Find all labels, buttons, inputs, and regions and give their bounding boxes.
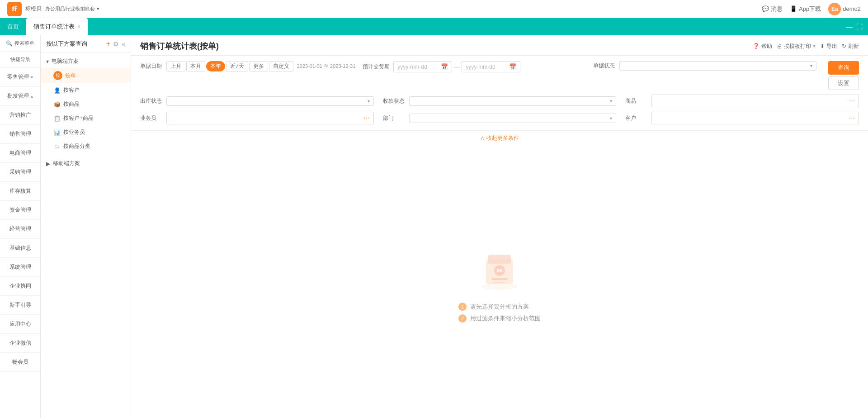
by-product-icon: 📦 — [53, 101, 61, 108]
collapse-bar[interactable]: ∧ 收起更多条件 — [131, 130, 868, 146]
delivery-filter: 出库状态 ▾ — [140, 95, 374, 107]
product-filter: 商品 ··· — [625, 95, 859, 107]
help-btn[interactable]: ❓ 帮助 — [753, 43, 772, 50]
sidebar-item-basic[interactable]: 基础信息 — [0, 239, 40, 258]
date-btn-this-year[interactable]: 本年 — [206, 61, 225, 71]
scheme-section-mobile: ▶ 移动端方案 — [41, 155, 131, 172]
download-icon: 📱 — [790, 5, 797, 12]
sidebar-item-wholesale[interactable]: 批发管理 ▴ — [0, 87, 40, 106]
empty-tip-1: 1 请先选择要分析的方案 — [458, 303, 541, 311]
sidebar-item-ecommerce[interactable]: 电商管理 — [0, 144, 40, 163]
mobile-section-label: 移动端方案 — [53, 160, 80, 167]
date-btn-group: 上月 本月 本年 近7天 更多 自定义 — [166, 61, 293, 71]
minimize-icon[interactable]: — — [846, 23, 853, 30]
expected-date-end[interactable]: yyyy-mm-dd 📅 — [462, 61, 520, 72]
search-icon: 🔍 — [6, 40, 13, 47]
workspace-label: 办公用品行业模拟账套 — [45, 5, 95, 12]
date-btn-more[interactable]: 更多 — [249, 61, 268, 71]
collapse-scheme-icon[interactable]: « — [122, 40, 125, 48]
payment-arrow: ▾ — [610, 99, 612, 104]
sidebar-item-purchase[interactable]: 采购管理 — [0, 163, 40, 182]
scheme-item-by-category[interactable]: 🗂 按商品分类 — [41, 139, 131, 153]
print-icon: 🖨 — [777, 43, 782, 49]
calendar-end-icon: 📅 — [509, 63, 516, 70]
export-icon: ⬇ — [820, 43, 825, 49]
scheme-panel-title: 按以下方案查询 — [46, 40, 87, 48]
export-btn[interactable]: ⬇ 导出 — [820, 43, 837, 50]
date-btn-custom[interactable]: 自定义 — [269, 61, 293, 71]
scheme-item-by-customer[interactable]: 👤 按客户 — [41, 83, 131, 97]
date-range-text: 2023-01-01 至 2023-12-31 — [297, 63, 356, 70]
scheme-section-pc-header[interactable]: ▾ 电脑端方案 — [41, 55, 131, 68]
payment-select[interactable]: ▾ — [409, 96, 617, 106]
scheme-item-by-cust-prod[interactable]: 📋 按客户+商品 — [41, 111, 131, 125]
date-btn-this-month[interactable]: 本月 — [186, 61, 205, 71]
salesperson-label: 业务员 — [140, 114, 163, 122]
sidebar-item-operation[interactable]: 经营管理 — [0, 220, 40, 239]
content-area: 按以下方案查询 + ⚙ « ▾ 电脑端方案 按 按单 👤 按客户 — [41, 35, 868, 418]
department-arrow: ▾ — [610, 116, 612, 121]
date-label: 单据日期 — [140, 62, 163, 70]
nav-label: 快捷导航 — [10, 56, 30, 63]
print-btn[interactable]: 🖨 按模板打印 ▾ — [777, 43, 816, 50]
scheme-section-pc: ▾ 电脑端方案 按 按单 👤 按客户 📦 按商品 📋 按客户+商品 — [41, 53, 131, 155]
sidebar-item-finance[interactable]: 资金管理 — [0, 201, 40, 220]
tip-num-1: 1 — [458, 303, 467, 311]
empty-state: 1 请先选择要分析的方案 2 用过滤条件来缩小分析范围 — [131, 146, 868, 418]
user-profile[interactable]: Ea demo2 — [828, 3, 861, 15]
message-icon: 💬 — [762, 5, 769, 12]
scheme-item-by-order[interactable]: 按 按单 — [41, 68, 131, 83]
payment-label: 收款状态 — [383, 97, 406, 105]
sidebar-item-apps[interactable]: 应用中心 — [0, 315, 40, 334]
sidebar-item-guide[interactable]: 新手引导 — [0, 296, 40, 315]
salesperson-input[interactable]: ··· — [166, 112, 374, 124]
scheme-item-by-product[interactable]: 📦 按商品 — [41, 97, 131, 111]
mobile-expand-icon: ▶ — [46, 161, 50, 167]
tab-home[interactable]: 首页 — [0, 18, 26, 35]
sidebar-item-retail[interactable]: 零售管理 ▾ — [0, 68, 40, 87]
section-label: 电脑端方案 — [52, 57, 79, 65]
sidebar-item-vip[interactable]: 畅会员 — [0, 353, 40, 372]
sidebar-item-corp[interactable]: 企业协同 — [0, 277, 40, 296]
sidebar-item-marketing[interactable]: 营销推广 — [0, 106, 40, 125]
department-label: 部门 — [383, 114, 406, 122]
by-customer-icon: 👤 — [53, 87, 61, 94]
workspace-selector[interactable]: 办公用品行业模拟账套 ▾ — [45, 5, 99, 12]
scheme-item-by-sales[interactable]: 📊 按业务员 — [41, 125, 131, 139]
maximize-icon[interactable]: ⛶ — [856, 23, 863, 30]
refresh-btn[interactable]: ↻ 刷新 — [842, 43, 859, 50]
sidebar-item-stock[interactable]: 库存核算 — [0, 182, 40, 201]
customer-input[interactable]: ··· — [651, 112, 859, 124]
app-download-btn[interactable]: 📱 App下载 — [790, 5, 821, 13]
retail-arrow: ▾ — [31, 75, 33, 80]
empty-illustration — [472, 241, 527, 295]
query-btn[interactable]: 查询 — [828, 61, 859, 75]
date-btn-7days[interactable]: 近7天 — [226, 61, 248, 71]
scheme-panel-actions: + ⚙ « — [106, 40, 125, 48]
department-select[interactable]: ▾ — [409, 114, 617, 123]
sidebar-item-wechat[interactable]: 企业微信 — [0, 334, 40, 353]
brand-name: 标橙贝 — [25, 5, 42, 13]
delivery-select[interactable]: ▾ — [166, 96, 374, 106]
filter-area: 单据日期 上月 本月 本年 近7天 更多 自定义 2023-01-01 至 20… — [131, 56, 868, 130]
close-tab-icon[interactable]: × — [77, 24, 80, 30]
department-filter: 部门 ▾ — [383, 112, 617, 124]
status-select[interactable]: ▾ — [619, 61, 816, 71]
product-input[interactable]: ··· — [651, 95, 859, 107]
message-btn[interactable]: 💬 消息 — [762, 5, 783, 13]
sidebar-search[interactable]: 🔍 搜索菜单 — [0, 35, 40, 52]
sidebar-item-system[interactable]: 系统管理 — [0, 258, 40, 277]
add-scheme-icon[interactable]: + — [106, 40, 110, 48]
scheme-section-mobile-header[interactable]: ▶ 移动端方案 — [41, 157, 131, 170]
settings-btn[interactable]: 设置 — [828, 76, 859, 90]
top-bar-right: 💬 消息 📱 App下载 Ea demo2 — [762, 3, 861, 15]
settings-scheme-icon[interactable]: ⚙ — [113, 40, 119, 48]
date-btn-last-month[interactable]: 上月 — [166, 61, 185, 71]
logo: 好 — [7, 2, 22, 16]
nav-tabs: 首页 销售订单统计表 × — ⛶ — [0, 18, 868, 35]
sidebar-item-sales[interactable]: 销售管理 — [0, 125, 40, 144]
expected-date-start[interactable]: yyyy-mm-dd 📅 — [393, 61, 452, 72]
tab-sales-order[interactable]: 销售订单统计表 × — [26, 18, 88, 35]
product-dots: ··· — [849, 97, 855, 105]
sidebar-nav[interactable]: 快捷导航 — [0, 52, 40, 68]
